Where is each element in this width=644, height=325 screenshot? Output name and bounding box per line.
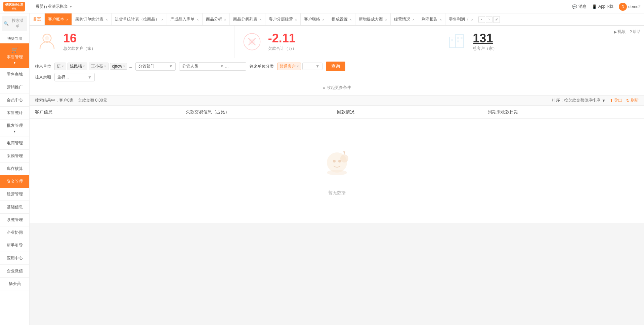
tab-customer-ops-close[interactable]: × <box>295 17 297 22</box>
sidebar-item-retail-mall[interactable]: 零售商城 <box>0 68 29 81</box>
sidebar-item-retail[interactable]: 🛒 零售管理 ▾ <box>0 43 29 68</box>
tab-arrears[interactable]: 客户账本 × <box>45 13 72 26</box>
svg-rect-9 <box>461 37 463 39</box>
tab-purchase-order-label: 采购订单统计表 <box>75 16 103 22</box>
tab-promotion-settings[interactable]: 提成设置 × <box>328 13 355 26</box>
dept-placeholder: 分管部门 <box>138 64 155 69</box>
unit-tag-wang: 王小亮 × <box>89 63 109 70</box>
svg-point-1 <box>45 36 49 40</box>
basic-info-label: 基础信息 <box>7 204 23 210</box>
tab-profit-report[interactable]: 利润报告 × <box>418 13 445 26</box>
nav-tabs-bar: 首页 客户账本 × 采购订单统计表 × 进货单统计表（按商品） × 产成品入库单… <box>30 13 644 26</box>
filter-area: 往来单位 伍 × 陈民强 × 王小亮 × cjttcw × ... <box>30 58 644 96</box>
person-placeholder: 分管人员 <box>182 64 198 69</box>
unit-tag-wang-close[interactable]: × <box>104 65 106 68</box>
tab-goods-analysis[interactable]: 商品分析 × <box>203 13 230 26</box>
sort-selector[interactable]: 排序：按欠款金额倒序排序 ▼ <box>552 98 606 103</box>
org-selector[interactable]: 母婴行业演示帐套 ▼ <box>33 4 75 9</box>
message-label: 消息 <box>578 4 587 9</box>
nav-expand-btn[interactable]: ⤢ <box>493 16 500 23</box>
app-label: App下载 <box>598 4 613 9</box>
sidebar-item-retail-stats[interactable]: 零售统计 <box>0 107 29 119</box>
category-select[interactable]: ▼ <box>302 63 323 70</box>
category-tag-close[interactable]: × <box>297 65 299 68</box>
tab-cost-inbound[interactable]: 产成品入库单 × <box>167 13 202 26</box>
tab-business[interactable]: 经营情况 × <box>391 13 418 26</box>
collapse-btn[interactable]: ∧ 收起更多条件 <box>35 83 639 92</box>
tab-new-promotion[interactable]: 新增提成方案 × <box>355 13 391 26</box>
stat-info-debt: -2.11 欠款合计（万） <box>268 32 296 51</box>
tab-cost-inbound-close[interactable]: × <box>197 17 199 22</box>
sidebar-item-ecommerce[interactable]: 电商管理 <box>0 137 29 150</box>
tab-inbound-stats-close[interactable]: × <box>161 17 163 22</box>
tab-promotion-settings-close[interactable]: × <box>350 17 352 22</box>
nav-next-btn[interactable]: › <box>486 16 492 23</box>
tab-home[interactable]: 首页 <box>30 13 45 26</box>
export-btn[interactable]: ⬆ 导出 <box>610 98 622 103</box>
tab-goods-list-close[interactable]: × <box>259 17 261 22</box>
top-right-area: 💬 消息 📱 App下载 D demo2 <box>572 3 641 11</box>
sidebar-item-inventory[interactable]: 库存核算 <box>0 162 29 175</box>
svg-rect-5 <box>456 35 464 48</box>
sidebar-item-app-center[interactable]: 应用中心 <box>0 252 29 265</box>
sidebar-item-marketing[interactable]: 营销推广 <box>0 81 29 94</box>
unit-tag-cj-close[interactable]: × <box>123 65 125 68</box>
sidebar-item-vip[interactable]: 畅会员 <box>0 278 29 290</box>
unit-filter-tags: 伍 × 陈民强 × 王小亮 × cjttcw × ... <box>54 63 132 70</box>
search-result-text: 搜索结果中，客户0家 <box>35 98 74 103</box>
tab-profit-report-close[interactable]: × <box>440 17 442 22</box>
empty-text: 暂无数据 <box>328 190 346 196</box>
tab-business-label: 经营情况 <box>394 16 410 22</box>
dept-filter-select[interactable]: 分管部门 ▼ <box>135 62 176 71</box>
sidebar-item-operations[interactable]: 经营管理 <box>0 188 29 201</box>
unit-tag-wu-close[interactable]: × <box>62 65 64 68</box>
sidebar-item-wechat[interactable]: 企业微信 <box>0 265 29 278</box>
sidebar-item-finance[interactable]: 资金管理 <box>0 175 29 188</box>
nav-prev-btn[interactable]: ‹ <box>478 16 485 23</box>
sidebar-item-system[interactable]: 系统管理 <box>0 214 29 226</box>
user-area[interactable]: D demo2 <box>619 3 641 11</box>
sort-label: 排序：按欠款金额倒序排序 <box>552 98 600 103</box>
balance-filter-select[interactable]: 选择... ▼ <box>54 73 95 81</box>
help-btn[interactable]: ? 帮助 <box>630 29 641 35</box>
app-download-btn[interactable]: 📱 App下载 <box>592 4 613 9</box>
message-btn[interactable]: 💬 消息 <box>572 4 587 9</box>
tab-arrears-close[interactable]: × <box>66 17 68 22</box>
help-label: 帮助 <box>633 29 641 35</box>
sidebar-quick-nav[interactable]: 快捷导航 <box>0 34 29 43</box>
tab-inbound-stats[interactable]: 进货单统计表（按商品） × <box>112 13 167 26</box>
sidebar-item-basic-info[interactable]: 基础信息 <box>0 201 29 214</box>
debt-amount-label: 欠款合计（万） <box>268 46 296 51</box>
svg-point-16 <box>343 151 345 153</box>
sidebar-item-enterprise[interactable]: 企业协同 <box>0 226 29 239</box>
tab-customer-ops[interactable]: 客户分层经营 × <box>265 13 301 26</box>
tab-retail-profit[interactable]: 零售利润（ × <box>445 13 477 26</box>
video-btn[interactable]: ▶ 视频 <box>614 29 626 35</box>
tab-customer-contact-close[interactable]: × <box>322 17 324 22</box>
unit-tag-chen-close[interactable]: × <box>83 65 85 68</box>
refresh-btn[interactable]: ↻ 刷新 <box>626 98 639 103</box>
unit-tags-more[interactable]: ... <box>129 64 132 69</box>
sidebar-item-wholesale[interactable]: 批发管理 ▾ <box>0 119 29 137</box>
person-more[interactable]: ... <box>225 64 228 69</box>
system-label: 系统管理 <box>7 217 23 223</box>
query-button[interactable]: 查询 <box>326 62 345 71</box>
tab-business-close[interactable]: × <box>412 17 414 22</box>
tab-goods-analysis-close[interactable]: × <box>224 17 226 22</box>
tab-new-promotion-close[interactable]: × <box>385 17 387 22</box>
sort-arrow: ▼ <box>602 98 606 103</box>
person-filter-select[interactable]: 分管人员 ▼ ... <box>179 62 246 71</box>
sidebar-item-member[interactable]: 会员中心 <box>0 94 29 107</box>
tab-goods-analysis-label: 商品分析 <box>206 16 222 22</box>
sidebar-item-purchase[interactable]: 采购管理 <box>0 150 29 162</box>
sidebar-item-newbie[interactable]: 新手引导 <box>0 239 29 252</box>
empty-icon <box>320 146 354 186</box>
tab-purchase-order-close[interactable]: × <box>105 17 108 22</box>
tab-purchase-order[interactable]: 采购订单统计表 × <box>72 13 111 26</box>
stat-info-customers: 131 总客户（家） <box>473 32 497 51</box>
app-icon: 📱 <box>592 4 597 9</box>
tab-customer-contact[interactable]: 客户联络 × <box>301 13 328 26</box>
tab-goods-list[interactable]: 商品分析列表 × <box>230 13 265 26</box>
search-menu-btn[interactable]: 🔍 搜索菜单 <box>2 16 27 31</box>
tab-retail-profit-close[interactable]: × <box>471 17 473 22</box>
